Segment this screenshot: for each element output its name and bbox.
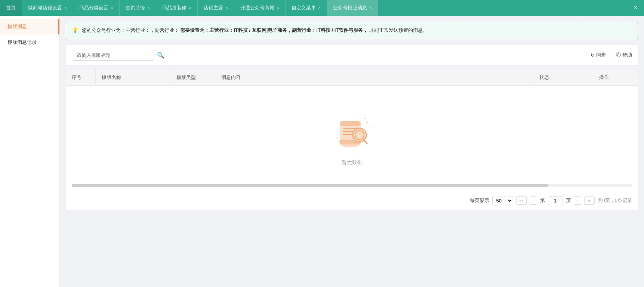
tab-product-category[interactable]: 商品分类设置 × bbox=[73, 0, 120, 16]
tab-custom-menu-close[interactable]: × bbox=[318, 6, 321, 10]
table-wrapper: 序号 模版名称 模版类型 消息内容 状态 操作 bbox=[66, 70, 638, 210]
tab-home-label: 首页 bbox=[6, 4, 16, 11]
total-info: 共0页，0条记录 bbox=[598, 197, 632, 204]
notice-prefix: 您的公众号行业为：主营行业：，副营行业： bbox=[82, 27, 179, 33]
prev-page-button[interactable]: ‹ bbox=[530, 196, 537, 205]
scrollbar-thumb bbox=[72, 184, 548, 187]
th-status: 状态 bbox=[533, 70, 593, 85]
next-page-button[interactable]: › bbox=[574, 196, 581, 205]
svg-point-12 bbox=[364, 118, 366, 119]
page-label-pre: 第 bbox=[540, 197, 545, 204]
help-button[interactable]: ⓪ 帮助 bbox=[616, 52, 632, 58]
sync-icon: ↻ bbox=[591, 52, 595, 58]
tab-home[interactable]: 首页 bbox=[0, 0, 22, 16]
tab-home-decor[interactable]: 首页装修 × bbox=[120, 0, 156, 16]
tab-open-mall-close[interactable]: × bbox=[277, 6, 279, 10]
tab-product-decor-close[interactable]: × bbox=[189, 6, 191, 10]
sidebar-item-template-msg-label: 模版消息 bbox=[7, 24, 27, 29]
global-close-icon: × bbox=[634, 4, 637, 11]
search-icon: 🔍 bbox=[157, 52, 164, 59]
tab-template-msg-label: 公众号模版消息 bbox=[333, 4, 367, 11]
th-name: 模版名称 bbox=[96, 70, 170, 85]
tab-shop-theme-label: 店铺主题 bbox=[204, 4, 223, 11]
last-page-button[interactable]: ⏭ bbox=[584, 196, 595, 205]
empty-state: 暂无数据 bbox=[66, 86, 638, 181]
search-bar: 🔍 ↻ 同步 | ⓪ 帮助 bbox=[66, 45, 638, 65]
notice-banner: 💡 您的公众号行业为：主营行业：，副营行业： 需要设置为：主营行业：IT科技 /… bbox=[66, 22, 638, 39]
sync-button[interactable]: ↻ 同步 bbox=[591, 52, 606, 58]
tab-template-msg[interactable]: 公众号模版消息 × bbox=[327, 0, 378, 16]
tab-product-decor-label: 商品页装修 bbox=[162, 4, 187, 11]
tab-micro-shop[interactable]: 微商城店铺设置 × bbox=[22, 0, 73, 16]
th-action: 操作 bbox=[593, 70, 638, 85]
empty-illustration bbox=[330, 108, 375, 153]
sidebar-item-template-msg-record-label: 模版消息记录 bbox=[7, 39, 37, 45]
sidebar: 模版消息 模版消息记录 bbox=[0, 16, 60, 287]
tab-bar: 首页 微商城店铺设置 × 商品分类设置 × 首页装修 × 商品页装修 × 店铺主… bbox=[0, 0, 644, 16]
page-size-select[interactable]: 10 20 50 100 bbox=[492, 196, 513, 205]
scrollbar-area bbox=[66, 181, 638, 192]
pagination: 每页显示 10 20 50 100 ⏮ ‹ 第 页 › ⏭ 共0页，0条记录 bbox=[66, 192, 638, 210]
search-input[interactable] bbox=[72, 50, 154, 61]
tab-template-msg-close[interactable]: × bbox=[369, 6, 372, 10]
th-type: 模版类型 bbox=[170, 70, 215, 85]
svg-point-11 bbox=[369, 126, 371, 128]
tab-shop-theme[interactable]: 店铺主题 × bbox=[198, 0, 234, 16]
tab-open-mall[interactable]: 开通公众号商城 × bbox=[234, 0, 286, 16]
tab-open-mall-label: 开通公众号商城 bbox=[240, 4, 274, 11]
search-button[interactable]: 🔍 bbox=[157, 52, 164, 59]
first-page-button[interactable]: ⏮ bbox=[516, 196, 527, 205]
tab-custom-menu[interactable]: 自定义菜单 × bbox=[286, 0, 327, 16]
page-label-post: 页 bbox=[566, 197, 571, 204]
table-header: 序号 模版名称 模版类型 消息内容 状态 操作 bbox=[66, 70, 638, 86]
tab-custom-menu-label: 自定义菜单 bbox=[292, 4, 316, 11]
tab-product-category-close[interactable]: × bbox=[111, 6, 113, 10]
sidebar-item-template-msg-record[interactable]: 模版消息记录 bbox=[0, 34, 59, 50]
horizontal-scrollbar[interactable] bbox=[72, 184, 632, 187]
tab-product-decor[interactable]: 商品页装修 × bbox=[156, 0, 198, 16]
empty-text: 暂无数据 bbox=[342, 159, 363, 166]
tab-shop-theme-close[interactable]: × bbox=[225, 6, 228, 10]
help-icon: ⓪ bbox=[616, 52, 621, 58]
sync-label: 同步 bbox=[596, 52, 606, 58]
notice-highlight: 需要设置为：主营行业：IT科技 / 互联网|电子商务，副营行业：IT科技 / I… bbox=[180, 27, 368, 33]
search-left: 🔍 bbox=[72, 50, 164, 61]
notice-suffix: 才能正常发送预置的消息。 bbox=[369, 27, 428, 33]
help-label: 帮助 bbox=[622, 52, 632, 58]
global-close-button[interactable]: × bbox=[627, 0, 644, 16]
tab-home-decor-close[interactable]: × bbox=[147, 6, 150, 10]
svg-point-14 bbox=[336, 137, 338, 139]
svg-rect-2 bbox=[340, 121, 361, 126]
content-area: 💡 您的公众号行业为：主营行业：，副营行业： 需要设置为：主营行业：IT科技 /… bbox=[60, 16, 644, 287]
svg-point-10 bbox=[366, 121, 368, 123]
main-layout: 模版消息 模版消息记录 💡 您的公众号行业为：主营行业：，副营行业： 需要设置为… bbox=[0, 16, 644, 287]
lightbulb-icon: 💡 bbox=[72, 27, 78, 33]
sidebar-item-template-msg[interactable]: 模版消息 bbox=[0, 19, 59, 34]
tab-product-category-label: 商品分类设置 bbox=[79, 4, 108, 11]
tab-micro-shop-close[interactable]: × bbox=[64, 6, 67, 10]
tab-micro-shop-label: 微商城店铺设置 bbox=[28, 4, 62, 11]
page-size-label: 每页显示 bbox=[470, 197, 489, 204]
svg-point-13 bbox=[339, 140, 342, 143]
page-number-input[interactable] bbox=[548, 196, 563, 205]
divider: | bbox=[610, 52, 611, 58]
th-index: 序号 bbox=[66, 70, 96, 85]
th-content: 消息内容 bbox=[215, 70, 533, 85]
search-right: ↻ 同步 | ⓪ 帮助 bbox=[591, 52, 632, 58]
tab-home-decor-label: 首页装修 bbox=[126, 4, 145, 11]
